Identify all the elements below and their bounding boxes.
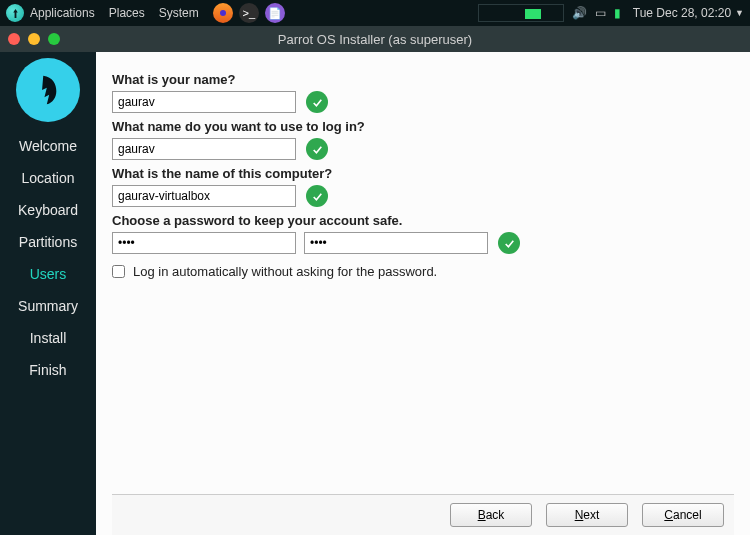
cancel-button[interactable]: Cancel	[642, 503, 724, 527]
installer-footer: Back Next Cancel	[112, 494, 734, 535]
next-button[interactable]: Next	[546, 503, 628, 527]
installer-main-pane: What is your name? What name do you want…	[96, 52, 750, 535]
check-icon	[498, 232, 520, 254]
sidebar-step-partitions[interactable]: Partitions	[0, 226, 96, 258]
menu-system[interactable]: System	[159, 6, 199, 20]
autologin-label: Log in automatically without asking for …	[133, 264, 437, 279]
hostname-label: What is the name of this computer?	[112, 166, 734, 181]
login-name-label: What name do you want to use to log in?	[112, 119, 734, 134]
back-button[interactable]: Back	[450, 503, 532, 527]
autologin-checkbox[interactable]	[112, 265, 125, 278]
window-title: Parrot OS Installer (as superuser)	[60, 32, 690, 47]
battery-icon[interactable]: ▮	[614, 6, 621, 20]
check-icon	[306, 91, 328, 113]
sidebar-step-finish[interactable]: Finish	[0, 354, 96, 386]
desktop-top-panel: Applications Places System >_ 📄 🔊 ▭ ▮ Tu…	[0, 0, 750, 26]
sidebar-step-summary[interactable]: Summary	[0, 290, 96, 322]
window-titlebar: Parrot OS Installer (as superuser)	[0, 26, 750, 52]
sidebar-step-install[interactable]: Install	[0, 322, 96, 354]
display-icon[interactable]: ▭	[595, 6, 606, 20]
password-label: Choose a password to keep your account s…	[112, 213, 734, 228]
password-confirm-input[interactable]	[304, 232, 488, 254]
sidebar-step-welcome[interactable]: Welcome	[0, 130, 96, 162]
volume-icon[interactable]: 🔊	[572, 6, 587, 20]
system-monitor-graph[interactable]	[478, 4, 564, 22]
sidebar-step-keyboard[interactable]: Keyboard	[0, 194, 96, 226]
window-close-button[interactable]	[8, 33, 20, 45]
check-icon	[306, 138, 328, 160]
hostname-input[interactable]	[112, 185, 296, 207]
menu-places[interactable]: Places	[109, 6, 145, 20]
svg-point-0	[220, 10, 226, 16]
full-name-input[interactable]	[112, 91, 296, 113]
check-icon	[306, 185, 328, 207]
window-minimize-button[interactable]	[28, 33, 40, 45]
installer-content: Welcome Location Keyboard Partitions Use…	[0, 52, 750, 535]
parrot-menu-icon[interactable]	[6, 4, 24, 22]
sidebar-step-location[interactable]: Location	[0, 162, 96, 194]
window-maximize-button[interactable]	[48, 33, 60, 45]
panel-menu-chevron-icon[interactable]: ▼	[735, 8, 744, 18]
document-icon[interactable]: 📄	[265, 3, 285, 23]
firefox-icon[interactable]	[213, 3, 233, 23]
terminal-icon[interactable]: >_	[239, 3, 259, 23]
full-name-label: What is your name?	[112, 72, 734, 87]
menu-applications[interactable]: Applications	[30, 6, 95, 20]
sidebar-step-users[interactable]: Users	[0, 258, 96, 290]
password-input[interactable]	[112, 232, 296, 254]
installer-sidebar: Welcome Location Keyboard Partitions Use…	[0, 52, 96, 535]
parrot-logo-icon	[16, 58, 80, 122]
login-name-input[interactable]	[112, 138, 296, 160]
clock[interactable]: Tue Dec 28, 02:20	[633, 6, 731, 20]
